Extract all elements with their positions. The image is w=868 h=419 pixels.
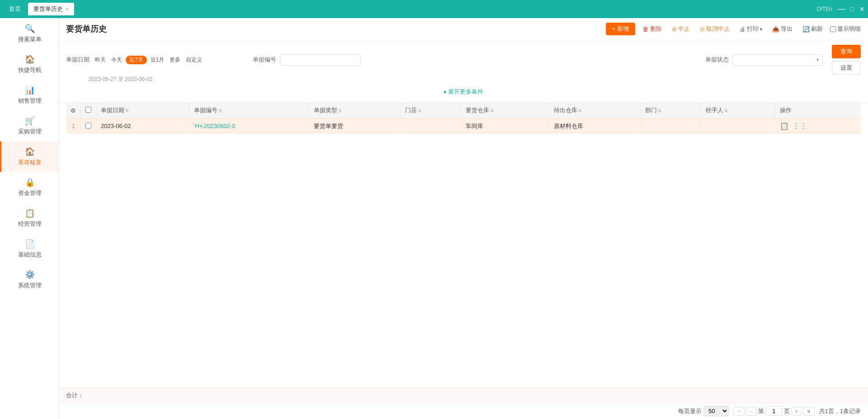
sidebar-item-basic-info-label: 基础信息 (18, 251, 42, 259)
delete-button[interactable]: 🗑 删除 (640, 23, 665, 35)
page-input[interactable] (766, 406, 782, 416)
sidebar-item-search-menu[interactable]: 🔍 搜索菜单 (0, 18, 58, 49)
expand-more-button[interactable]: ▾ 展开更多条件 (440, 86, 487, 98)
cell-department (640, 119, 701, 134)
pending-wh-sort-icon: ⇅ (578, 108, 582, 113)
date-filter-group: 单据日期 昨天 今天 近7天 近1月 更多 自定义 (66, 56, 208, 64)
tab-close-icon[interactable]: × (66, 6, 69, 12)
more-action-icon[interactable]: ⋮⋮ (793, 122, 807, 130)
date-shortcuts: 昨天 今天 近7天 近1月 更多 自定义 (93, 56, 204, 64)
cell-checkbox[interactable] (81, 119, 96, 134)
date-range-text: 2023-05-27 至 2023-06-02 (89, 76, 152, 82)
select-all-checkbox[interactable] (85, 107, 91, 113)
status-select[interactable]: 待审核 已审核 已中止 (732, 54, 823, 66)
row-checkbox[interactable] (85, 123, 91, 129)
bill-no-filter-group: 单据编号 (253, 54, 361, 66)
last1month-shortcut[interactable]: 近1月 (149, 56, 166, 64)
export-button-label: 导出 (781, 25, 793, 33)
main-layout: 🔍 搜索菜单 🏠 快捷导航 📊 销售管理 🛒 采购管理 🏠 库存核算 🔒 资金管… (0, 18, 868, 419)
export-button[interactable]: 📤 导出 (769, 23, 795, 35)
new-button[interactable]: + 新增 (606, 23, 635, 35)
per-page-control: 每页显示 20 50 100 200 (678, 406, 729, 416)
sidebar-item-finance-label: 资金管理 (18, 189, 42, 197)
sidebar-item-basic-info[interactable]: 📄 基础信息 (0, 233, 58, 264)
col-settings[interactable]: ⚙ (66, 103, 81, 119)
close-button[interactable]: × (859, 5, 864, 14)
pagination-bar: 每页显示 20 50 100 200 « ‹ 第 页 › » 共1页，1条记录 (59, 403, 868, 419)
custom-shortcut[interactable]: 自定义 (184, 56, 204, 64)
edit-action-icon[interactable]: 📋 (780, 122, 789, 130)
content-area: 要货单历史 + 新增 🗑 删除 ⊘ 中止 ⊙ 取消中止 🖨 (59, 18, 868, 419)
col-store[interactable]: 门店⇅ (400, 103, 461, 119)
sidebar-item-sales-mgmt[interactable]: 📊 销售管理 (0, 80, 58, 110)
refresh-button-label: 刷新 (811, 25, 823, 33)
maximize-button[interactable]: □ (850, 5, 854, 13)
sidebar-item-purchase-label: 采购管理 (18, 128, 42, 136)
print-icon: 🖨 (740, 26, 745, 33)
filter-area: 单据日期 昨天 今天 近7天 近1月 更多 自定义 单据编号 (59, 40, 868, 103)
sidebar-item-inventory[interactable]: 🏠 库存核算 (0, 141, 58, 172)
prev-page-button[interactable]: ‹ (746, 407, 756, 416)
yesterday-shortcut[interactable]: 昨天 (93, 56, 108, 64)
often-label: OfTEn (816, 6, 832, 12)
sidebar-item-quick-nav[interactable]: 🏠 快捷导航 (0, 49, 58, 80)
operation-icon: 📋 (25, 208, 35, 218)
top-bar: 首页 要货单历史 × OfTEn — □ × (0, 0, 868, 18)
tab-requisition-history-label: 要货单历史 (33, 5, 63, 13)
more-shortcut[interactable]: 更多 (168, 56, 182, 64)
bill-no-input[interactable] (280, 54, 361, 66)
col-req-warehouse[interactable]: 要货仓库⇅ (461, 103, 549, 119)
display-detail-label: 显示明细 (837, 25, 861, 33)
last7days-shortcut[interactable]: 近7天 (126, 56, 147, 64)
table-header-row: ⚙ 单据日期⇅ 单据编号⇅ 单据类型⇅ (66, 103, 861, 119)
sidebar-item-sales-label: 销售管理 (18, 97, 42, 105)
tab-home[interactable]: 首页 (4, 3, 26, 15)
top-bar-right: OfTEn — □ × (816, 5, 864, 14)
sidebar-item-search-menu-label: 搜索菜单 (18, 35, 42, 43)
sidebar-item-purchase-mgmt[interactable]: 🛒 采购管理 (0, 110, 58, 141)
query-button[interactable]: 查询 (832, 45, 861, 58)
display-detail-button[interactable]: 显示明细 (830, 25, 861, 33)
bill-no-label: 单据编号 (253, 56, 276, 64)
date-sort-icon: ⇅ (125, 108, 129, 113)
col-action: 操作 (775, 103, 861, 119)
table-row: 1 2023-06-02 YH-20230602-0 要货单要货 车间库 原材料… (66, 119, 861, 134)
stop-button[interactable]: ⊘ 中止 (669, 23, 693, 35)
last-page-button[interactable]: » (803, 407, 815, 416)
filter-settings-button[interactable]: 设置 (832, 61, 861, 75)
sidebar-item-system-mgmt[interactable]: ⚙️ 系统管理 (0, 264, 58, 295)
tab-requisition-history[interactable]: 要货单历史 × (28, 3, 74, 15)
col-date[interactable]: 单据日期⇅ (96, 103, 189, 119)
cell-pending-warehouse: 原材料仓库 (549, 119, 640, 134)
handler-sort-icon: ⇅ (724, 108, 728, 113)
bill-type-sort-icon: ⇅ (338, 108, 342, 113)
cancel-stop-button[interactable]: ⊙ 取消中止 (697, 23, 732, 35)
search-menu-icon: 🔍 (25, 24, 35, 33)
cell-num: 1 (66, 119, 81, 134)
cell-actions: 📋 ⋮⋮ (775, 119, 861, 134)
first-page-button[interactable]: « (733, 407, 745, 416)
next-page-button[interactable]: › (792, 407, 802, 416)
bill-no-sort-icon: ⇅ (218, 108, 222, 113)
sidebar: 🔍 搜索菜单 🏠 快捷导航 📊 销售管理 🛒 采购管理 🏠 库存核算 🔒 资金管… (0, 18, 59, 419)
per-page-select[interactable]: 20 50 100 200 (703, 406, 729, 416)
print-button[interactable]: 🖨 打印 ▾ (737, 23, 765, 35)
col-department[interactable]: 部门⇅ (640, 103, 701, 119)
sidebar-item-quick-nav-label: 快捷导航 (18, 66, 42, 74)
bill-no-link[interactable]: YH-20230602-0 (194, 123, 236, 129)
col-handler[interactable]: 经手人⇅ (701, 103, 775, 119)
sidebar-item-operation-mgmt[interactable]: 📋 经营管理 (0, 203, 58, 233)
page-title: 要货单历史 (66, 24, 606, 34)
sidebar-item-finance-mgmt[interactable]: 🔒 资金管理 (0, 172, 58, 203)
col-pending-warehouse[interactable]: 待出仓库⇅ (549, 103, 640, 119)
display-detail-checkbox[interactable] (830, 26, 836, 32)
status-label: 单据状态 (705, 56, 729, 64)
cell-handler (701, 119, 775, 134)
today-shortcut[interactable]: 今天 (109, 56, 124, 64)
tab-home-label: 首页 (9, 5, 21, 13)
system-icon: ⚙️ (25, 270, 35, 280)
col-bill-no[interactable]: 单据编号⇅ (189, 103, 309, 119)
col-bill-type[interactable]: 单据类型⇅ (309, 103, 400, 119)
refresh-button[interactable]: 🔄 刷新 (800, 23, 826, 35)
minimize-button[interactable]: — (838, 5, 845, 13)
